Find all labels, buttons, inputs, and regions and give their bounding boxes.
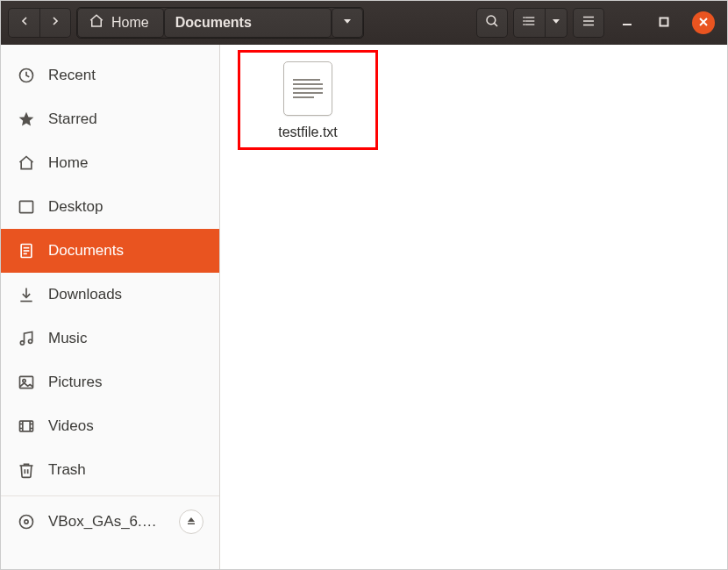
path-dropdown-button[interactable]	[332, 8, 363, 38]
sidebar-item-videos[interactable]: Videos	[1, 404, 219, 448]
sidebar-item-label: Pictures	[48, 374, 102, 391]
svg-rect-14	[660, 18, 668, 26]
disc-icon	[17, 513, 36, 531]
documents-icon	[17, 242, 36, 260]
close-icon	[698, 15, 709, 31]
svg-line-2	[494, 23, 497, 26]
sidebar-item-label: Starred	[48, 110, 97, 128]
svg-point-7	[524, 21, 525, 22]
sidebar-item-trash[interactable]: Trash	[1, 448, 219, 492]
desktop-icon	[17, 198, 36, 216]
svg-point-38	[25, 520, 28, 524]
caret-down-icon	[340, 14, 354, 32]
sidebar-item-label: Downloads	[48, 286, 122, 303]
sidebar-item-home[interactable]: Home	[1, 141, 219, 185]
breadcrumb-home[interactable]: Home	[77, 8, 164, 38]
view-options-dropdown[interactable]	[545, 8, 567, 38]
file-manager-window: Home Documents	[0, 0, 728, 570]
svg-marker-18	[19, 112, 34, 126]
sidebar-item-music[interactable]: Music	[1, 317, 219, 360]
back-button[interactable]	[8, 8, 39, 38]
sidebar-item-pictures[interactable]: Pictures	[1, 360, 219, 404]
view-mode-group	[513, 8, 567, 38]
chevron-right-icon	[48, 14, 62, 32]
sidebar-item-label: Recent	[48, 67, 96, 84]
pictures-icon	[17, 374, 36, 391]
list-view-button[interactable]	[513, 8, 545, 38]
svg-rect-40	[188, 524, 195, 525]
breadcrumb-home-label: Home	[111, 15, 149, 31]
sidebar-item-documents[interactable]: Documents	[1, 229, 219, 273]
star-icon	[17, 110, 36, 128]
menu-icon	[581, 13, 596, 32]
svg-point-27	[29, 339, 32, 343]
breadcrumb: Home Documents	[76, 7, 364, 39]
sidebar-item-starred[interactable]: Starred	[1, 97, 219, 141]
music-icon	[17, 330, 36, 347]
sidebar-item-desktop[interactable]: Desktop	[1, 185, 219, 229]
header-toolbar: Home Documents	[1, 1, 727, 45]
places-sidebar: Recent Starred Home Desktop	[1, 45, 220, 569]
minimize-icon	[621, 15, 633, 31]
sidebar-item-label: Documents	[48, 242, 124, 260]
svg-point-26	[20, 341, 24, 345]
sidebar-separator	[1, 495, 219, 496]
videos-icon	[17, 417, 36, 435]
sidebar-item-recent[interactable]: Recent	[1, 53, 219, 97]
sidebar-item-label: Music	[48, 330, 87, 347]
sidebar-item-mounted-volume[interactable]: VBox_GAs_6.…	[1, 500, 219, 544]
nav-buttons-group	[8, 8, 71, 38]
file-name-label: testfile.txt	[278, 125, 338, 140]
list-icon	[523, 14, 537, 32]
search-icon	[484, 13, 500, 32]
forward-button[interactable]	[39, 8, 71, 38]
svg-point-6	[524, 18, 525, 18]
chevron-left-icon	[18, 14, 32, 32]
svg-rect-30	[20, 421, 33, 431]
clock-icon	[17, 67, 36, 84]
breadcrumb-current[interactable]: Documents	[164, 8, 332, 38]
svg-marker-9	[553, 19, 560, 24]
sidebar-item-label: VBox_GAs_6.…	[48, 513, 157, 531]
hamburger-menu-button[interactable]	[573, 8, 604, 38]
svg-point-8	[524, 25, 525, 25]
sidebar-item-label: Home	[48, 154, 88, 172]
text-file-icon	[283, 61, 332, 116]
svg-point-1	[487, 16, 496, 25]
file-item[interactable]: testfile.txt	[238, 50, 378, 150]
home-icon	[89, 13, 104, 32]
maximize-button[interactable]	[655, 14, 673, 32]
file-view[interactable]: testfile.txt	[220, 45, 727, 569]
maximize-icon	[659, 15, 669, 31]
sidebar-item-label: Videos	[48, 417, 94, 435]
search-button[interactable]	[476, 8, 508, 38]
svg-point-37	[20, 516, 33, 529]
window-controls	[618, 11, 715, 34]
minimize-button[interactable]	[618, 14, 636, 32]
close-button[interactable]	[692, 11, 715, 34]
window-body: Recent Starred Home Desktop	[1, 45, 727, 569]
sidebar-item-downloads[interactable]: Downloads	[1, 273, 219, 317]
trash-icon	[17, 461, 36, 479]
svg-rect-28	[20, 376, 33, 388]
downloads-icon	[17, 286, 36, 303]
svg-marker-0	[344, 19, 351, 24]
sidebar-item-label: Trash	[48, 461, 86, 479]
breadcrumb-current-label: Documents	[175, 15, 252, 31]
eject-button[interactable]	[179, 509, 203, 534]
home-icon	[17, 154, 36, 172]
svg-marker-39	[188, 517, 195, 522]
caret-down-icon	[549, 14, 563, 32]
eject-icon	[186, 513, 196, 531]
sidebar-item-label: Desktop	[48, 198, 103, 216]
svg-point-29	[23, 380, 25, 382]
svg-rect-19	[20, 201, 33, 212]
